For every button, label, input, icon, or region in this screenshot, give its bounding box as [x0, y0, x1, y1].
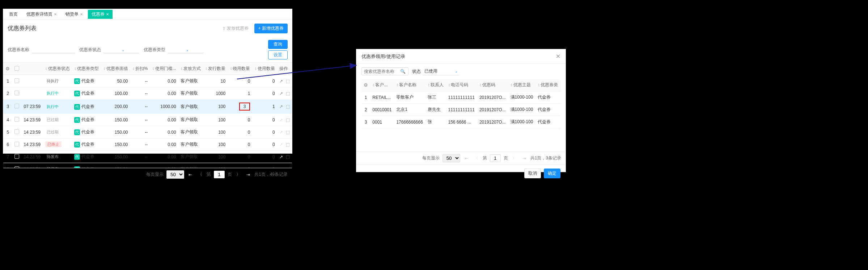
- table-row[interactable]: 3000117666666666张156 6666 ...20191207O..…: [361, 116, 560, 128]
- first-page-icon[interactable]: ⇤: [187, 172, 194, 177]
- col-gear[interactable]: ⚙: [3, 63, 12, 75]
- table-row[interactable]: 7 14 23:59 待发布 代代金券 150.00 -- 0.00 客户领取 …: [3, 151, 292, 163]
- per-page-label: 每页显示: [422, 155, 440, 161]
- col-topic[interactable]: ▲▼优惠主题: [508, 79, 536, 91]
- table-row[interactable]: 4 14 23:59 已过期 代代金券 150.00 -- 0.00 客户领取 …: [3, 114, 292, 126]
- qrcode-icon[interactable]: ⬚: [286, 104, 290, 109]
- share-icon[interactable]: ↗: [279, 130, 283, 135]
- col-type[interactable]: ▲▼优惠券类: [535, 79, 560, 91]
- row-checkbox[interactable]: [14, 91, 19, 95]
- col-phone[interactable]: ▲▼电话号码: [446, 79, 477, 91]
- status-badge: 执行中: [45, 91, 60, 96]
- gear-icon[interactable]: ⚙: [5, 66, 10, 71]
- prev-page-icon[interactable]: 〈: [473, 155, 480, 161]
- row-checkbox[interactable]: [14, 129, 19, 134]
- per-page-select[interactable]: 50: [166, 170, 184, 179]
- modal-search-input[interactable]: [364, 69, 400, 74]
- col-code[interactable]: ▲▼优惠码: [477, 79, 508, 91]
- tab[interactable]: 优惠券✕: [88, 10, 113, 19]
- modal-status-select[interactable]: 已使用⌄: [423, 67, 459, 75]
- filter-name-input[interactable]: [31, 46, 75, 53]
- row-checkbox[interactable]: [14, 142, 19, 146]
- qrcode-icon[interactable]: ⬚: [286, 167, 290, 168]
- col-method[interactable]: ▲▼发放方式: [178, 63, 203, 75]
- row-checkbox[interactable]: [14, 166, 19, 168]
- status-badge: 执行中: [45, 104, 60, 109]
- share-icon[interactable]: ↗: [279, 154, 283, 159]
- last-page-icon[interactable]: ⇥: [521, 156, 528, 161]
- row-checkbox[interactable]: [14, 78, 19, 83]
- type-badge-icon: 代: [74, 142, 80, 148]
- table-row[interactable]: 5 14 23:59 已过期 代代金券 150.00 -- 0.00 客户领取 …: [3, 126, 292, 138]
- col-threshold[interactable]: ▲▼使用门槛...: [150, 63, 178, 75]
- col-time: [22, 63, 43, 75]
- first-page-icon[interactable]: ⇤: [463, 156, 470, 161]
- col-checkbox[interactable]: [12, 63, 21, 75]
- table-row[interactable]: 6 14 23:59 已终止 代代金券 150.00 -- 0.00 客户领取 …: [3, 138, 292, 151]
- row-checkbox[interactable]: [14, 104, 19, 108]
- col-type[interactable]: ▲▼优惠券类型: [72, 63, 101, 75]
- last-page-icon[interactable]: ⇥: [245, 172, 251, 177]
- chevron-down-icon: ⌄: [122, 48, 124, 52]
- per-page-select[interactable]: 50: [443, 154, 460, 162]
- cancel-button[interactable]: 取消: [524, 169, 541, 178]
- col-status[interactable]: ▲▼优惠券状态: [43, 63, 72, 75]
- modal-pagination: 每页显示 50 ⇤ 〈 第 页 〉 ⇥ 共1页，3条记录: [356, 151, 566, 165]
- filter-status-select[interactable]: ⌄: [103, 46, 139, 53]
- share-icon[interactable]: ↗: [279, 104, 283, 109]
- share-icon[interactable]: ↗: [279, 117, 283, 122]
- page-summary: 共1页，3条记录: [530, 155, 561, 161]
- col-discount[interactable]: ▲▼折扣%: [130, 63, 150, 75]
- status-badge: 已过期: [45, 129, 60, 134]
- col-face[interactable]: ▲▼优惠券面值: [101, 63, 130, 75]
- close-icon[interactable]: ✕: [106, 12, 109, 16]
- next-page-icon[interactable]: 〉: [511, 155, 518, 161]
- qrcode-icon[interactable]: ⬚: [286, 154, 290, 159]
- search-icon[interactable]: 🔍: [400, 69, 406, 74]
- col-gear[interactable]: ⚙: [361, 79, 370, 91]
- close-icon[interactable]: ✕: [54, 12, 57, 16]
- tab[interactable]: 销货单✕: [62, 10, 86, 19]
- settings-button[interactable]: 设置: [268, 50, 288, 59]
- tab[interactable]: 首页: [5, 10, 21, 19]
- qrcode-icon[interactable]: ⬚: [286, 91, 290, 96]
- filter-type-select[interactable]: ⌄: [168, 46, 204, 53]
- page-input[interactable]: [490, 154, 501, 162]
- close-icon[interactable]: ✕: [80, 12, 83, 16]
- table-row[interactable]: 3 07 23:59 执行中 代代金券 200.00 -- 1000.00 客户…: [3, 100, 292, 114]
- modal-search-box[interactable]: 🔍: [361, 67, 408, 75]
- page-prefix: 第: [483, 155, 487, 161]
- distribute-button[interactable]: ⇪发放优惠券: [219, 24, 252, 33]
- table-row[interactable]: 8 14 23:59 待发布 代代金券 150.00 -- 0.00 客户领取 …: [3, 163, 292, 168]
- table-row[interactable]: 200010001北京1唐先生1111111111120191207O...满1…: [361, 104, 560, 116]
- page-suffix: 页: [228, 171, 232, 178]
- col-customer-name[interactable]: ▲▼客户名称: [394, 79, 425, 91]
- share-icon[interactable]: ↗: [279, 91, 283, 96]
- share-icon[interactable]: ↗: [279, 142, 283, 147]
- page-input[interactable]: [214, 171, 225, 178]
- query-button[interactable]: 查询: [268, 40, 288, 49]
- confirm-button[interactable]: 确定: [544, 169, 560, 178]
- filter-bar: 优惠券名称 优惠券状态 ⌄ 优惠券类型 ⌄ 查询 设置: [3, 37, 292, 63]
- usage-table: ⚙ ▲▼客户... ▲▼客户名称 ▲▼联系人 ▲▼电话号码 ▲▼优惠码 ▲▼优惠…: [361, 79, 560, 128]
- row-checkbox[interactable]: [14, 154, 19, 159]
- row-checkbox[interactable]: [14, 117, 19, 122]
- col-contact[interactable]: ▲▼联系人: [425, 79, 446, 91]
- col-customer-code[interactable]: ▲▼客户...: [370, 79, 394, 91]
- filter-status-label: 优惠券状态: [79, 47, 101, 53]
- send-icon: ⇪: [222, 26, 226, 31]
- qrcode-icon[interactable]: ⬚: [286, 117, 290, 122]
- prev-page-icon[interactable]: 〈: [196, 171, 204, 178]
- tab[interactable]: 优惠券详情页✕: [23, 10, 60, 19]
- qrcode-icon[interactable]: ⬚: [286, 130, 290, 135]
- gear-icon[interactable]: ⚙: [364, 82, 368, 88]
- table-row[interactable]: 1RETAIL...零散客户张三1111111111120191207O...满…: [361, 91, 560, 104]
- add-coupon-button[interactable]: + 新增优惠券: [254, 24, 288, 33]
- qrcode-icon[interactable]: ⬚: [286, 142, 290, 147]
- share-icon[interactable]: ↗: [279, 167, 283, 168]
- table-row[interactable]: 2 执行中 代代金券 100.00 -- 0.00 客户领取 1000 1 0 …: [3, 87, 292, 100]
- close-icon[interactable]: ✕: [556, 53, 560, 60]
- next-page-icon[interactable]: 〉: [235, 171, 242, 178]
- col-issue[interactable]: ▲▼发行数量: [203, 63, 228, 75]
- status-badge: 待发布: [45, 166, 60, 168]
